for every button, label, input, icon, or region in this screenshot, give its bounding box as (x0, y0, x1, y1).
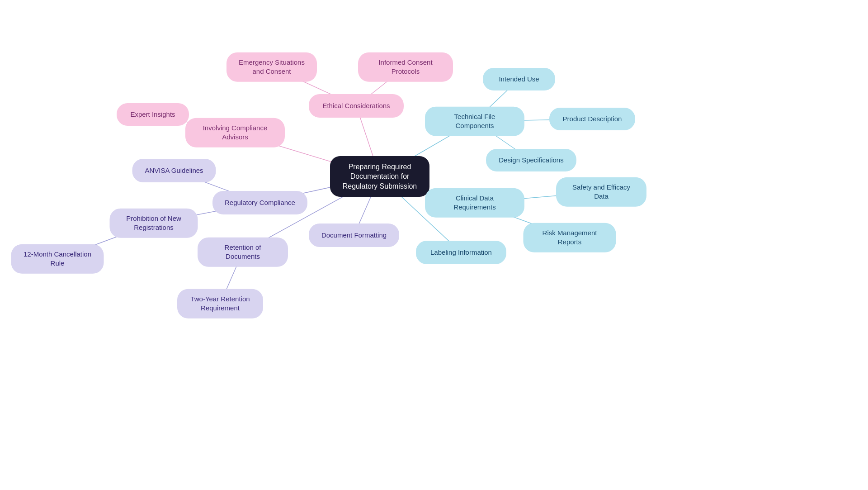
node-intended[interactable]: Intended Use (483, 68, 555, 90)
node-center[interactable]: Preparing Required Documentation for Reg… (330, 156, 429, 197)
node-retention[interactable]: Retention of Documents (198, 238, 288, 267)
mindmap-container: Preparing Required Documentation for Reg… (0, 0, 868, 490)
node-expert[interactable]: Expert Insights (117, 103, 189, 126)
node-safety[interactable]: Safety and Efficacy Data (556, 177, 646, 207)
node-labeling[interactable]: Labeling Information (416, 241, 506, 264)
node-prohibition[interactable]: Prohibition of New Registrations (110, 209, 198, 238)
node-risk[interactable]: Risk Management Reports (524, 223, 616, 252)
node-twoyear[interactable]: Two-Year Retention Requirement (177, 289, 263, 319)
node-design[interactable]: Design Specifications (486, 149, 576, 171)
node-product[interactable]: Product Description (549, 108, 635, 130)
node-emergency[interactable]: Emergency Situations and Consent (226, 52, 317, 82)
node-involving[interactable]: Involving Compliance Advisors (185, 118, 285, 147)
node-anvisa[interactable]: ANVISA Guidelines (132, 159, 216, 182)
node-regulatory[interactable]: Regulatory Compliance (212, 191, 307, 214)
node-ethical[interactable]: Ethical Considerations (309, 94, 404, 118)
node-cancellation[interactable]: 12-Month Cancellation Rule (11, 244, 104, 274)
node-informed[interactable]: Informed Consent Protocols (358, 52, 453, 82)
node-clinical[interactable]: Clinical Data Requirements (425, 188, 524, 218)
node-document[interactable]: Document Formatting (309, 224, 399, 247)
node-technical[interactable]: Technical File Components (425, 107, 524, 136)
